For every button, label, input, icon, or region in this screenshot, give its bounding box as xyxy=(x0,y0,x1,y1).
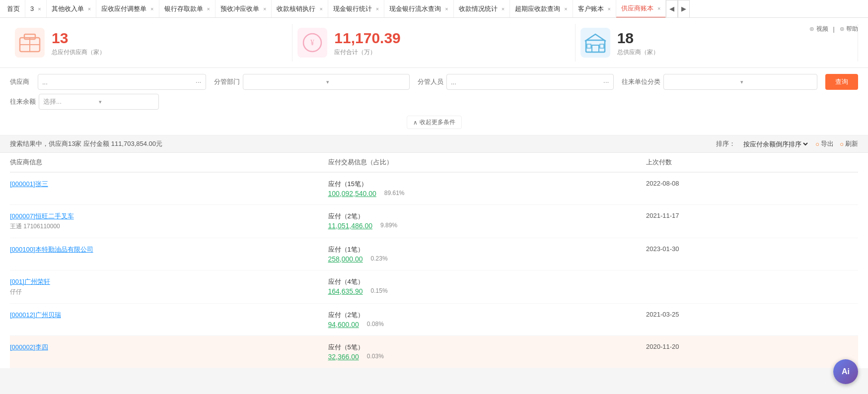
export-button[interactable]: ○ 导出 xyxy=(815,139,834,148)
supplier-info-5: [000012]广州贝瑞 xyxy=(10,311,328,320)
nav-arrow-left[interactable]: ◀ xyxy=(666,0,678,18)
tx-amount-5[interactable]: 94,600.00 xyxy=(328,321,359,328)
close-prepay-ar-icon[interactable]: × xyxy=(263,6,266,12)
table-row: [000002]李四 应付（5笔） 32,366.00 0.03% 2020-1… xyxy=(10,336,858,368)
card3-number: 18 xyxy=(617,29,659,47)
refresh-label: 刷新 xyxy=(845,139,858,148)
refresh-radio-icon: ○ xyxy=(840,140,844,148)
col-header-lastpay: 上次付数 xyxy=(646,158,858,167)
nav-tab-receipt-stat[interactable]: 收款情况统计 × xyxy=(454,0,510,18)
tx-row-4: 164,635.90 0.15% xyxy=(328,286,647,295)
top-right-links: ⊙ 视频 | ⊙ 帮助 xyxy=(809,25,858,33)
close-receipt-verify-icon[interactable]: × xyxy=(319,6,322,12)
card3-info: 18 总供应商（家） xyxy=(617,29,659,57)
last-pay-date-6: 2020-11-20 xyxy=(646,343,679,350)
close-cash-bank-stat-icon[interactable]: × xyxy=(376,6,379,12)
transaction-info-6: 应付（5笔） 32,366.00 0.03% xyxy=(328,343,647,361)
nav-tab-ar-ap-label: 应收应付调整单 xyxy=(101,4,146,13)
category-dropdown-icon: ▾ xyxy=(740,79,813,85)
tx-amount-2[interactable]: 11,051,486.00 xyxy=(328,222,373,230)
tx-row-1: 100,092,540.00 89.61% xyxy=(328,189,647,197)
nav-tab-home[interactable]: 首页 xyxy=(2,0,25,18)
balance-filter-label: 往来余额 xyxy=(10,97,36,106)
tx-amount-4[interactable]: 164,635.90 xyxy=(328,287,363,295)
nav-tab-bank-deposit[interactable]: 银行存取款单 × xyxy=(159,0,216,18)
results-right: 排序： 按应付余额倒序排序 按应付余额升序排序 按供应商名称排序 ○ 导出 ○ … xyxy=(716,139,858,148)
nav-tab-other-income-label: 其他收入单 xyxy=(52,4,84,13)
tx-percent-5: 0.08% xyxy=(367,321,384,328)
nav-tab-supplier-ledger[interactable]: 供应商账本 × xyxy=(616,0,666,18)
last-pay-date-3: 2023-01-30 xyxy=(646,245,679,253)
nav-tab-ar-ap-adjust[interactable]: 应收应付调整单 × xyxy=(96,0,159,18)
nav-tab-3-label: 3 xyxy=(30,5,34,12)
close-tab-3-icon[interactable]: × xyxy=(38,6,41,12)
close-overdue-ar-icon[interactable]: × xyxy=(564,6,567,12)
table-row: [000012]广州贝瑞 应付（2笔） 94,600.00 0.08% 2021… xyxy=(10,304,858,336)
collapse-icon: ∧ xyxy=(413,119,418,126)
transaction-info-3: 应付（1笔） 258,000.00 0.23% xyxy=(328,245,647,263)
supplier-link-5[interactable]: [000012]广州贝瑞 xyxy=(10,311,328,320)
category-select[interactable]: ▾ xyxy=(663,74,818,90)
close-customer-ledger-icon[interactable]: × xyxy=(608,6,611,12)
nav-tab-customer-ledger-label: 客户账本 xyxy=(578,4,604,13)
results-bar: 搜索结果中，供应商13家 应付金额 111,703,854.00元 排序： 按应… xyxy=(0,135,868,153)
close-cash-bank-query-icon[interactable]: × xyxy=(445,6,448,12)
person-dots-icon[interactable]: ··· xyxy=(599,78,613,86)
card1-label: 总应付供应商（家） xyxy=(52,48,105,57)
close-supplier-ledger-icon[interactable]: × xyxy=(657,5,660,11)
dept-filter: 分管部门 ▾ xyxy=(214,74,410,90)
nav-tab-other-income[interactable]: 其他收入单 × xyxy=(47,0,96,18)
refresh-button[interactable]: ○ 刷新 xyxy=(840,139,858,148)
close-ar-ap-icon[interactable]: × xyxy=(150,6,153,12)
tx-amount-6[interactable]: 32,366.00 xyxy=(328,353,359,361)
tx-amount-1[interactable]: 100,092,540.00 xyxy=(328,190,376,197)
nav-tab-cash-bank-stat[interactable]: 现金银行统计 × xyxy=(328,0,384,18)
supplier-link-6[interactable]: [000002]李四 xyxy=(10,343,328,352)
nav-tab-3[interactable]: 3 × xyxy=(25,0,47,18)
dept-select[interactable]: ▾ xyxy=(243,74,410,90)
video-link[interactable]: ⊙ 视频 xyxy=(809,25,828,33)
table-row: [000001]张三 应付（15笔） 100,092,540.00 89.61%… xyxy=(10,173,858,205)
nav-tab-customer-ledger[interactable]: 客户账本 × xyxy=(573,0,616,18)
nav-tab-receipt-verify[interactable]: 收款核销执行 × xyxy=(272,0,328,18)
nav-tab-receipt-verify-label: 收款核销执行 xyxy=(277,4,315,13)
person-input[interactable] xyxy=(447,78,599,86)
store-icon xyxy=(580,28,610,58)
balance-dropdown-icon: ▾ xyxy=(99,99,154,105)
tx-amount-3[interactable]: 258,000.00 xyxy=(328,255,363,263)
supplier-link-3[interactable]: [000100]本特勤油品有限公司 xyxy=(10,245,328,254)
supplier-link-1[interactable]: [000001]张三 xyxy=(10,180,328,189)
dept-filter-label: 分管部门 xyxy=(214,77,240,86)
sort-select[interactable]: 按应付余额倒序排序 按应付余额升序排序 按供应商名称排序 xyxy=(741,140,809,148)
supplier-info-6: [000002]李四 xyxy=(10,343,328,352)
nav-tab-overdue-ar[interactable]: 超期应收款查询 × xyxy=(510,0,573,18)
tx-row-2: 11,051,486.00 9.89% xyxy=(328,221,647,230)
svg-rect-8 xyxy=(587,44,591,48)
nav-tab-cash-bank-stat-label: 现金银行统计 xyxy=(333,4,372,13)
nav-tab-prepay-ar[interactable]: 预收冲应收单 × xyxy=(216,0,272,18)
tx-label-5: 应付（2笔） xyxy=(328,311,647,320)
close-other-income-icon[interactable]: × xyxy=(88,6,91,12)
last-pay-2: 2021-11-17 xyxy=(646,212,858,219)
supplier-link-2[interactable]: [000007]恒旺二手叉车 xyxy=(10,212,328,221)
close-receipt-stat-icon[interactable]: × xyxy=(502,6,505,12)
search-button[interactable]: 查询 xyxy=(825,74,858,90)
tx-label-3: 应付（1笔） xyxy=(328,245,647,254)
close-bank-deposit-icon[interactable]: × xyxy=(207,6,210,12)
balance-select-value: 选择... xyxy=(43,97,99,106)
tx-label-2: 应付（2笔） xyxy=(328,212,647,221)
nav-arrow-right[interactable]: ▶ xyxy=(678,0,690,18)
supplier-sub-4: 仔仔 xyxy=(10,288,328,296)
summary-card-amount: ¥ 11,170.39 应付合计（万） xyxy=(292,24,575,62)
collapse-label: 收起更多条件 xyxy=(420,118,455,127)
supplier-link-4[interactable]: [001]广州荣轩 xyxy=(10,277,328,286)
person-input-wrapper: ··· xyxy=(446,74,614,90)
card1-number: 13 xyxy=(52,29,105,47)
nav-tab-prepay-ar-label: 预收冲应收单 xyxy=(220,4,259,13)
balance-select[interactable]: 选择... ▾ xyxy=(39,94,159,110)
help-link[interactable]: ⊙ 帮助 xyxy=(840,25,858,33)
supplier-input[interactable] xyxy=(38,78,192,86)
nav-tab-cash-bank-query[interactable]: 现金银行流水查询 × xyxy=(384,0,453,18)
supplier-dots-icon[interactable]: ··· xyxy=(192,78,206,86)
collapse-button[interactable]: ∧ 收起更多条件 xyxy=(407,116,462,129)
